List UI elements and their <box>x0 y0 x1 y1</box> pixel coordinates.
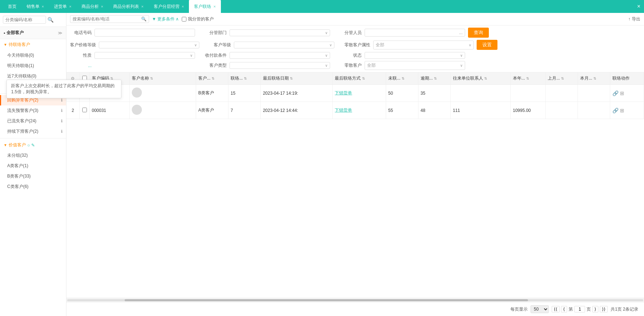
row2-last-date: 2023-04-12 14:44: <box>260 102 332 119</box>
sort-month-icon[interactable]: ⇅ <box>593 76 596 80</box>
row1-name[interactable] <box>130 85 196 102</box>
window-close-button[interactable]: × <box>637 3 640 10</box>
customer-type-select[interactable]: ∨ <box>230 62 330 69</box>
sidebar-item-b-class[interactable]: B类客户(33) <box>0 171 66 181</box>
page-suffix: 页 <box>587 306 591 312</box>
next-page-button[interactable]: ⟩ <box>592 306 598 312</box>
sidebar-collapse-icon[interactable]: ≫ <box>58 30 62 36</box>
page-number-input[interactable] <box>574 306 585 312</box>
sidebar-item-churned[interactable]: 已流失客户(24) ℹ <box>0 116 66 126</box>
sort-company-icon[interactable]: ⇅ <box>484 76 487 80</box>
th-action: 联络动作 <box>610 72 644 85</box>
sidebar-item-declining-label: 持续下滑客户(2) <box>7 128 38 135</box>
scattered-attr-select[interactable]: 全部 ∨ <box>373 41 474 49</box>
sidebar-item-today[interactable]: 今天待联络(0) <box>0 50 66 61</box>
row1-type-value: B类客户 <box>198 90 214 95</box>
last-page-button[interactable]: ⟩⟩ <box>600 306 608 312</box>
sort-lmonth-icon[interactable]: ⇅ <box>561 76 564 80</box>
nav-purchase-close[interactable]: × <box>69 4 71 9</box>
nav-customer-segment[interactable]: 客户分层经营 × <box>149 0 189 13</box>
row1-grid-icon[interactable]: ⊞ <box>620 90 624 96</box>
row2-method-value[interactable]: 下销货单 <box>335 108 352 113</box>
sort-contact-icon[interactable]: ⇅ <box>244 76 247 80</box>
nav-customer-segment-label: 客户分层经营 <box>154 4 180 10</box>
row1-this-month <box>578 85 610 102</box>
total-records-label: 共1页 2条记录 <box>611 306 638 312</box>
row2-grid-icon[interactable]: ⊞ <box>620 108 624 113</box>
nav-sales-close[interactable]: × <box>42 4 44 9</box>
nature-select[interactable]: ∨ <box>94 52 195 59</box>
person-dots-icon[interactable]: ... <box>459 30 463 35</box>
row2-last-month <box>545 102 578 119</box>
person-input-wrap: ... <box>365 29 465 37</box>
payment-select[interactable]: ∨ <box>230 52 330 59</box>
sort-date-icon[interactable]: ⇅ <box>290 76 293 80</box>
sidebar-item-ungrouped[interactable]: 未分组(32) <box>0 150 66 161</box>
sort-uncontacted-icon[interactable]: ⇅ <box>402 76 404 80</box>
status-select[interactable]: ∨ <box>365 52 465 59</box>
customer-grade-select[interactable]: ∨ <box>234 42 334 48</box>
nav-home[interactable]: 首页 <box>3 0 22 13</box>
sidebar-item-declining[interactable]: 持续下滑客户(2) ℹ <box>0 126 66 137</box>
row2-name[interactable] <box>130 102 196 119</box>
query-button[interactable]: 查询 <box>468 28 489 38</box>
sidebar-item-c-class[interactable]: C类客户(6) <box>0 181 66 192</box>
sort-overdue-icon[interactable]: ⇅ <box>434 76 437 80</box>
sidebar-item-tomorrow[interactable]: 明天待联络(1) <box>0 61 66 71</box>
nav-product-analysis[interactable]: 商品分析 × <box>77 0 108 13</box>
row1-link-icon[interactable]: 🔗 <box>612 90 618 96</box>
dept-select[interactable]: ∨ <box>230 29 330 36</box>
sort-type-icon[interactable]: ⇅ <box>212 76 214 80</box>
sidebar-item-churn-warning[interactable]: 流失预警客户(3) ℹ <box>0 105 66 116</box>
row2-checkbox[interactable] <box>82 108 87 112</box>
more-conditions-btn[interactable]: ▼ 更多条件 ∧ <box>152 16 179 22</box>
nav-product-list-close[interactable]: × <box>141 4 143 9</box>
row2-overdue-value: 48 <box>421 108 425 113</box>
scrollbar-thumb[interactable] <box>125 299 528 301</box>
th-this-year-label: 本年... <box>513 76 525 81</box>
nav-purchase[interactable]: 进货单 × <box>49 0 76 13</box>
sidebar-search-icon[interactable]: 🔍 <box>47 17 54 23</box>
main-search-input[interactable] <box>73 16 140 22</box>
main-search-icon[interactable]: 🔍 <box>141 16 147 22</box>
sidebar-search-input[interactable] <box>3 16 46 24</box>
scattered-customer-select[interactable]: 全部 ∨ <box>365 61 465 70</box>
row2-avatar <box>132 105 142 115</box>
my-customers-check[interactable] <box>182 17 186 22</box>
row2-year-value: 10995.00 <box>513 108 531 113</box>
nav-customer-contact[interactable]: 客户联络 × <box>189 0 221 13</box>
label-payment: 收付款条件 <box>205 52 227 58</box>
phone-input[interactable] <box>97 30 193 35</box>
sidebar-group-pending-title[interactable]: ▼ 待联络客户 <box>0 39 66 50</box>
nav-customer-segment-close[interactable]: × <box>182 4 184 9</box>
horizontal-scrollbar[interactable] <box>66 298 644 302</box>
info-icon: ℹ <box>61 98 62 103</box>
per-page-select[interactable]: 50 100 200 <box>531 305 549 313</box>
export-button[interactable]: ↑ 导出 <box>628 16 640 22</box>
nav-product-analysis-close[interactable]: × <box>101 4 103 9</box>
row2-link-icon[interactable]: 🔗 <box>612 108 618 113</box>
edit-icon[interactable]: ○ <box>27 143 30 148</box>
customer-type-arrow: ∨ <box>325 63 328 67</box>
more-conditions-arrow: ∧ <box>176 16 179 22</box>
nav-customer-contact-close[interactable]: × <box>213 4 216 9</box>
th-company-contact: 往来单位联系人 ⇅ <box>450 72 510 85</box>
prev-page-button[interactable]: ⟨ <box>561 306 567 312</box>
sort-name-icon[interactable]: ⇅ <box>150 76 153 80</box>
sort-method-icon[interactable]: ⇅ <box>362 76 365 80</box>
person-input[interactable] <box>367 30 459 35</box>
row1-method-value[interactable]: 下销货单 <box>335 90 352 95</box>
config-icon[interactable]: ✎ <box>31 143 35 148</box>
th-last-month-label: 上月... <box>548 76 560 81</box>
tooltip-text: 距客户上次交易时长，超过了此客户的平均交易周期的1.5倍，则视为异常。 <box>11 83 115 94</box>
settings-button[interactable]: 设置 <box>477 40 497 50</box>
nav-product-list[interactable]: 商品分析列表 × <box>108 0 148 13</box>
row1-contact-count: 15 <box>228 85 260 102</box>
nav-sales[interactable]: 销售单 × <box>22 0 49 13</box>
sidebar-item-a-class[interactable]: A类客户(1) <box>0 161 66 171</box>
price-grade-select[interactable]: ∨ <box>99 42 199 48</box>
row1-this-year <box>510 85 545 102</box>
row1-overdue-value: 35 <box>421 91 425 96</box>
first-page-button[interactable]: ⟨⟨ <box>552 306 560 312</box>
sort-year-icon[interactable]: ⇅ <box>526 76 529 80</box>
